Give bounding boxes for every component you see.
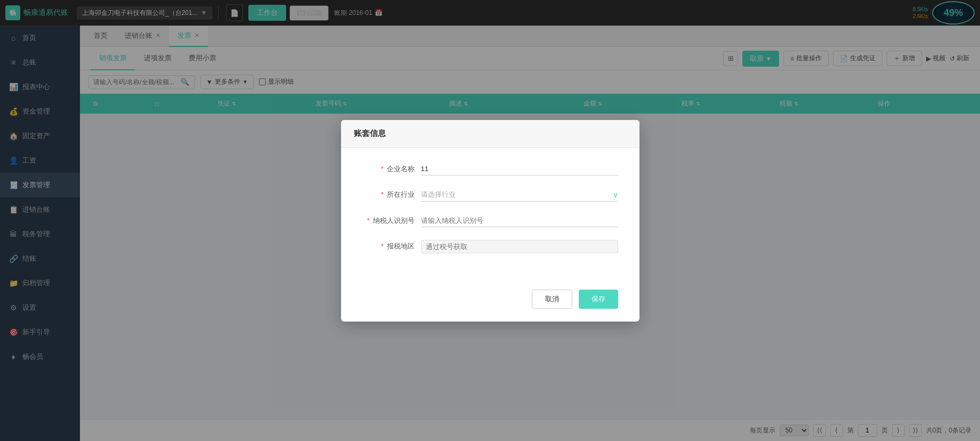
form-row-tax-region: * 报税地区 [362, 240, 618, 253]
company-name-input[interactable] [421, 163, 618, 175]
tax-id-input[interactable] [421, 214, 618, 227]
industry-dropdown-icon: ∨ [613, 190, 618, 199]
tax-region-label: * 报税地区 [362, 242, 421, 251]
form-row-tax-id: * 纳税人识别号 [362, 214, 618, 227]
modal-overlay: 账套信息 * 企业名称 * 所在行业 请选择行业 [0, 0, 980, 441]
account-info-modal: 账套信息 * 企业名称 * 所在行业 请选择行业 [341, 120, 639, 322]
required-star: * [381, 165, 384, 173]
required-star: * [367, 217, 370, 224]
industry-label: * 所在行业 [362, 190, 421, 199]
required-star: * [381, 242, 384, 250]
modal-header: 账套信息 [341, 120, 639, 148]
modal-title: 账套信息 [354, 129, 386, 138]
required-star: * [381, 190, 384, 198]
save-button[interactable]: 保存 [579, 290, 618, 309]
industry-select[interactable]: 请选择行业 [421, 190, 613, 198]
industry-select-wrap: 请选择行业 ∨ [421, 188, 618, 202]
modal-footer: 取消 保存 [341, 281, 639, 322]
company-name-label: * 企业名称 [362, 164, 421, 174]
cancel-button[interactable]: 取消 [532, 290, 572, 309]
form-row-industry: * 所在行业 请选择行业 ∨ [362, 188, 618, 202]
tax-id-label: * 纳税人识别号 [362, 216, 421, 226]
modal-body: * 企业名称 * 所在行业 请选择行业 ∨ [341, 148, 639, 281]
form-row-company: * 企业名称 [362, 163, 618, 175]
tax-region-input [421, 240, 618, 253]
